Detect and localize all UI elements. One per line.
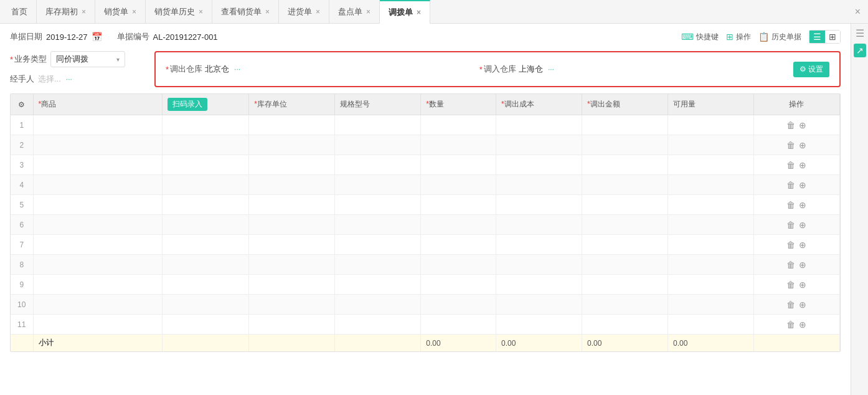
row-qty[interactable] <box>421 115 496 135</box>
row-unit[interactable] <box>249 155 335 175</box>
tab-stock-take[interactable]: 盘点单 × <box>329 0 380 24</box>
tab-inventory-start[interactable]: 库存期初 × <box>37 0 95 24</box>
row-cost[interactable] <box>496 255 582 275</box>
delete-icon[interactable]: 🗑 <box>786 220 795 230</box>
row-spec[interactable] <box>335 315 421 335</box>
delete-icon[interactable]: 🗑 <box>786 260 795 270</box>
row-cost[interactable] <box>496 215 582 235</box>
row-unit[interactable] <box>249 275 335 295</box>
business-type-input[interactable]: 同价调拨 ▾ <box>50 51 125 67</box>
row-cost[interactable] <box>496 115 582 135</box>
copy-icon[interactable]: ⊕ <box>799 280 806 290</box>
row-qty[interactable] <box>421 295 496 315</box>
close-stock-take[interactable]: × <box>366 7 370 16</box>
row-amount[interactable] <box>582 135 668 155</box>
copy-icon[interactable]: ⊕ <box>799 240 806 250</box>
row-cost[interactable] <box>496 295 582 315</box>
close-transfer-order[interactable]: × <box>417 8 421 17</box>
row-spec[interactable] <box>335 175 421 195</box>
row-spec[interactable] <box>335 115 421 135</box>
row-unit[interactable] <box>249 315 335 335</box>
row-spec[interactable] <box>335 155 421 175</box>
row-cost[interactable] <box>496 155 582 175</box>
copy-icon[interactable]: ⊕ <box>799 260 806 270</box>
row-amount[interactable] <box>582 235 668 255</box>
row-cost[interactable] <box>496 275 582 295</box>
row-cost[interactable] <box>496 315 582 335</box>
row-goods[interactable] <box>33 155 162 175</box>
close-all-tabs[interactable]: × <box>850 6 866 17</box>
transfer-out-ellipsis[interactable]: ··· <box>234 65 240 74</box>
row-goods[interactable] <box>33 295 162 315</box>
shortcuts-action[interactable]: ⌨ 快捷键 <box>681 32 719 42</box>
row-amount[interactable] <box>582 295 668 315</box>
list-view-button[interactable]: ☰ <box>809 31 825 43</box>
agent-placeholder[interactable]: 选择... <box>38 74 61 85</box>
operations-action[interactable]: ⊞ 操作 <box>726 32 751 42</box>
copy-icon[interactable]: ⊕ <box>799 160 806 170</box>
row-qty[interactable] <box>421 155 496 175</box>
row-unit[interactable] <box>249 295 335 315</box>
row-unit[interactable] <box>249 215 335 235</box>
row-qty[interactable] <box>421 175 496 195</box>
sidebar-list-icon[interactable]: ☰ <box>856 29 864 39</box>
row-unit[interactable] <box>249 175 335 195</box>
copy-icon[interactable]: ⊕ <box>799 300 806 310</box>
settings-button[interactable]: ⚙ 设置 <box>793 62 829 77</box>
delete-icon[interactable]: 🗑 <box>786 300 795 310</box>
close-sales-history[interactable]: × <box>199 7 203 16</box>
row-qty[interactable] <box>421 255 496 275</box>
history-action[interactable]: 📋 历史单据 <box>758 32 801 42</box>
copy-icon[interactable]: ⊕ <box>799 120 806 130</box>
row-amount[interactable] <box>582 195 668 215</box>
row-unit[interactable] <box>249 235 335 255</box>
row-amount[interactable] <box>582 155 668 175</box>
row-amount[interactable] <box>582 315 668 335</box>
row-amount[interactable] <box>582 215 668 235</box>
close-view-sales[interactable]: × <box>265 7 270 16</box>
row-spec[interactable] <box>335 195 421 215</box>
row-unit[interactable] <box>249 135 335 155</box>
row-amount[interactable] <box>582 275 668 295</box>
row-spec[interactable] <box>335 255 421 275</box>
row-cost[interactable] <box>496 135 582 155</box>
copy-icon[interactable]: ⊕ <box>799 180 806 190</box>
delete-icon[interactable]: 🗑 <box>786 140 795 150</box>
row-goods[interactable] <box>33 275 162 295</box>
calendar-icon[interactable]: 📅 <box>92 32 102 42</box>
row-spec[interactable] <box>335 235 421 255</box>
tab-sales-order[interactable]: 销货单 × <box>95 0 146 24</box>
delete-icon[interactable]: 🗑 <box>786 160 795 170</box>
row-cost[interactable] <box>496 175 582 195</box>
row-goods[interactable] <box>33 255 162 275</box>
transfer-in-ellipsis[interactable]: ··· <box>548 65 554 74</box>
row-goods[interactable] <box>33 135 162 155</box>
copy-icon[interactable]: ⊕ <box>799 220 806 230</box>
row-spec[interactable] <box>335 275 421 295</box>
row-unit[interactable] <box>249 115 335 135</box>
tab-view-sales[interactable]: 查看销货单 × <box>212 0 279 24</box>
row-spec[interactable] <box>335 135 421 155</box>
copy-icon[interactable]: ⊕ <box>799 140 806 150</box>
row-goods[interactable] <box>33 215 162 235</box>
close-inventory-start[interactable]: × <box>82 7 86 16</box>
col-gear[interactable]: ⚙ <box>11 94 33 115</box>
delete-icon[interactable]: 🗑 <box>786 240 795 250</box>
row-goods[interactable] <box>33 175 162 195</box>
close-purchase-order[interactable]: × <box>316 7 320 16</box>
row-goods[interactable] <box>33 315 162 335</box>
row-amount[interactable] <box>582 175 668 195</box>
row-goods[interactable] <box>33 235 162 255</box>
tab-home[interactable]: 首页 <box>2 0 37 24</box>
row-goods[interactable] <box>33 115 162 135</box>
row-qty[interactable] <box>421 275 496 295</box>
row-amount[interactable] <box>582 115 668 135</box>
row-cost[interactable] <box>496 195 582 215</box>
delete-icon[interactable]: 🗑 <box>786 320 795 330</box>
sidebar-export-icon[interactable]: ↗ <box>854 44 866 57</box>
row-amount[interactable] <box>582 255 668 275</box>
tab-transfer-order[interactable]: 调拨单 × <box>380 0 430 24</box>
delete-icon[interactable]: 🗑 <box>786 280 795 290</box>
row-unit[interactable] <box>249 255 335 275</box>
agent-ellipsis[interactable]: ··· <box>66 75 72 83</box>
